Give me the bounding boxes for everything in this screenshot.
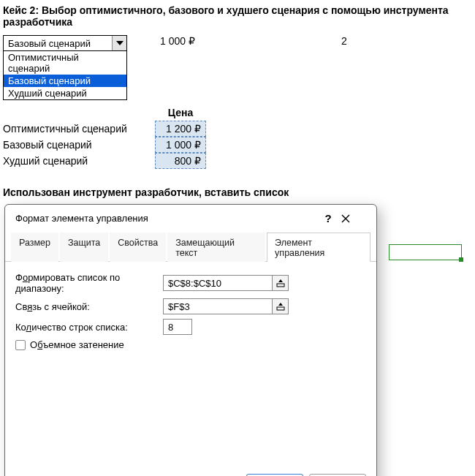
combo-list[interactable]: Оптимистичный сценарий Базовый сценарий …: [3, 51, 127, 100]
svg-marker-4: [278, 279, 283, 282]
svg-rect-3: [277, 284, 284, 287]
combo-dropdown-button[interactable]: [112, 36, 126, 50]
scenario-label: Худший сценарий: [3, 153, 149, 169]
shadow-checkbox[interactable]: [15, 340, 26, 350]
svg-marker-0: [116, 41, 123, 45]
price-cell: 1 000 ₽: [155, 137, 206, 153]
range-ref-button[interactable]: [273, 275, 289, 291]
selected-cell-outline[interactable]: [389, 244, 462, 260]
price-cell: 800 ₽: [155, 153, 206, 169]
close-icon: [341, 214, 350, 223]
price-cell: 1 200 ₽: [155, 121, 206, 137]
tab-size[interactable]: Размер: [11, 233, 58, 262]
rows-label: Количество строк списка:: [15, 322, 163, 333]
case-title: Кейс 2: Выбор оптимистичного, базового и…: [3, 4, 472, 28]
combo-item[interactable]: Базовый сценарий: [4, 75, 126, 87]
tab-alttext[interactable]: Замещающий текст: [167, 233, 265, 262]
current-index-value: 2: [341, 35, 347, 47]
chevron-down-icon: [116, 41, 123, 45]
combo-item[interactable]: Худший сценарий: [4, 87, 126, 99]
range-input[interactable]: [163, 275, 273, 291]
link-input[interactable]: [163, 298, 273, 314]
shadow-label: Объемное затенение: [30, 339, 124, 350]
link-ref-button[interactable]: [273, 298, 289, 314]
price-header-spacer: [3, 105, 149, 121]
combo-item[interactable]: Оптимистичный сценарий: [4, 51, 126, 75]
combo-selected-text: Базовый сценарий: [4, 38, 112, 49]
collapse-icon: [276, 279, 285, 287]
tab-control[interactable]: Элемент управления: [267, 233, 370, 262]
fill-handle[interactable]: [459, 257, 463, 262]
section-note: Использован инструмент разработчик, вста…: [3, 186, 472, 198]
link-label: Связь с ячейкой:: [15, 301, 163, 312]
dialog-title: Формат элемента управления: [15, 213, 315, 224]
tab-protection[interactable]: Защита: [60, 233, 108, 262]
rows-input[interactable]: [163, 319, 192, 335]
svg-rect-5: [277, 307, 284, 310]
format-control-dialog: Формат элемента управления ? Размер Защи…: [4, 204, 377, 476]
dialog-tabs: Размер Защита Свойства Замещающий текст …: [5, 232, 376, 262]
range-label: Формировать список по диапазону:: [15, 272, 163, 294]
tab-properties[interactable]: Свойства: [110, 233, 166, 262]
collapse-icon: [276, 302, 285, 311]
scenario-label: Оптимистичный сценарий: [3, 121, 149, 137]
scenario-label: Базовый сценарий: [3, 137, 149, 153]
current-price-value: 1 000 ₽: [160, 35, 195, 47]
price-header: Цена: [155, 105, 206, 121]
dialog-help-button[interactable]: ?: [315, 212, 341, 224]
svg-marker-6: [278, 303, 283, 306]
scenario-combo[interactable]: Базовый сценарий Оптимистичный сценарий …: [3, 35, 127, 100]
dialog-close-button[interactable]: [341, 214, 368, 223]
